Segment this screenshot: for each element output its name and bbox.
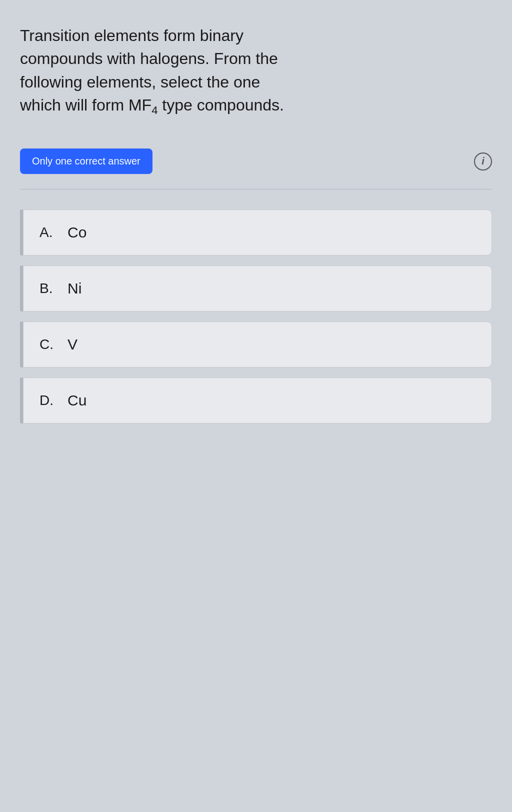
option-box-a[interactable]: A. Co	[23, 210, 492, 256]
question-text: Transition elements form binary compound…	[20, 24, 492, 118]
option-item-c[interactable]: C. V	[20, 322, 492, 368]
option-value-d: Cu	[68, 392, 86, 409]
option-item-d[interactable]: D. Cu	[20, 378, 492, 424]
option-value-a: Co	[68, 224, 86, 241]
option-item-a[interactable]: A. Co	[20, 210, 492, 256]
option-box-b[interactable]: B. Ni	[23, 266, 492, 312]
badge-row: Only one correct answer i	[20, 148, 492, 174]
info-icon[interactable]: i	[474, 152, 492, 170]
option-label-c: C.	[40, 336, 56, 352]
option-box-c[interactable]: C. V	[23, 322, 492, 368]
only-one-correct-badge: Only one correct answer	[20, 148, 152, 174]
option-label-d: D.	[40, 392, 56, 408]
option-value-b: Ni	[68, 280, 82, 297]
divider	[20, 189, 492, 190]
options-list: A. Co B. Ni C. V D. Cu	[20, 210, 492, 424]
option-label-a: A.	[40, 224, 56, 240]
option-label-b: B.	[40, 280, 56, 296]
option-item-b[interactable]: B. Ni	[20, 266, 492, 312]
option-box-d[interactable]: D. Cu	[23, 378, 492, 424]
option-value-c: V	[68, 336, 78, 353]
